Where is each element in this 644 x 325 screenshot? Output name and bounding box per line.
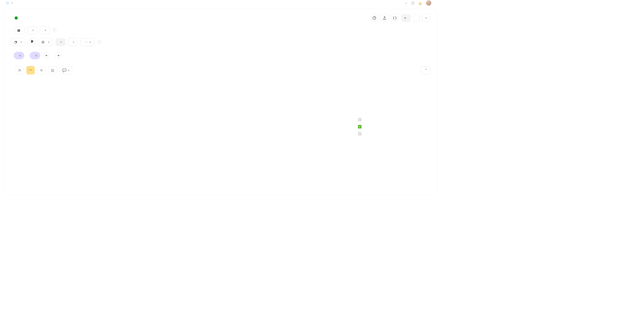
chevron-down-icon: ▼ (32, 29, 34, 31)
filter-pill-behavior[interactable]: ✕ (14, 52, 24, 59)
currency-select[interactable]: ▼ (68, 38, 77, 46)
chevron-up-icon: ˄ (425, 68, 427, 72)
segment-clear[interactable]: ✕ (28, 38, 36, 46)
legend-item-direct[interactable]: ✓ (358, 118, 363, 121)
pie-icon: ◔ (14, 40, 17, 44)
calendar-icon: ▦ (17, 28, 20, 32)
saveas-dropdown[interactable]: ▼ (422, 14, 430, 22)
chart-type-area[interactable]: ≋ (37, 66, 46, 74)
howto-link[interactable] (15, 16, 19, 20)
chevron-down-icon: ▼ (20, 41, 22, 43)
help-icon[interactable]: ? (52, 28, 56, 32)
chevron-down-icon: ▼ (60, 41, 62, 43)
sampling-select: ▼ (56, 38, 65, 46)
daterange-button[interactable]: ▦ (14, 26, 24, 34)
chat-icon[interactable]: 💬 (411, 1, 415, 5)
top-header: ◷ ▼ · ▼ 💬 🔔 (0, 0, 441, 6)
segment-select[interactable]: ◔ ▼ (11, 38, 25, 46)
legend-item-social[interactable]: ✓ (358, 132, 363, 135)
annotations-toggle[interactable]: 💬 ▼ (60, 66, 72, 74)
site-icon: ◷ (6, 1, 9, 5)
help-link[interactable]: ▼ (405, 1, 407, 5)
compare-icon: ⚖ (41, 40, 44, 44)
close-icon[interactable]: ✕ (19, 54, 21, 57)
dot-separator: · (17, 1, 18, 5)
chevron-down-icon: ▼ (405, 2, 407, 4)
site-selector[interactable]: ◷ ▼ (6, 1, 13, 5)
hide-chart-button[interactable]: ˄ (420, 66, 430, 74)
chevron-down-icon: ▼ (89, 41, 91, 43)
line-chart[interactable] (11, 78, 350, 187)
period-tabs (11, 30, 11, 30)
chevron-down-icon: ▼ (44, 29, 46, 31)
avatar[interactable] (426, 0, 431, 6)
refresh-button[interactable] (370, 14, 378, 22)
detail-select[interactable]: ▼ (27, 26, 37, 34)
filter-pill-source[interactable]: ✕ (30, 52, 40, 59)
saveas-button[interactable] (413, 14, 420, 22)
dashboard-button[interactable]: + (401, 14, 411, 22)
checkbox-icon: ✓ (358, 118, 361, 121)
chart-legend: ✓ ✓ ✓ (358, 118, 363, 187)
chevron-down-icon: ▼ (11, 2, 13, 4)
help-icon[interactable]: ? (97, 40, 101, 44)
data-select[interactable]: ▼ (40, 26, 49, 34)
chart-type-bar[interactable]: ▥ (49, 66, 57, 74)
legend-item-search[interactable]: ✓ (358, 125, 363, 129)
chevron-down-icon: ▼ (68, 69, 70, 71)
attribution-select[interactable]: ▼ (80, 38, 94, 46)
checkbox-icon: ✓ (358, 125, 361, 129)
add-filter-visits[interactable]: + (43, 52, 49, 59)
chart-type-line[interactable]: 〰 (26, 66, 35, 74)
chevron-down-icon: ▼ (48, 41, 50, 43)
compare-select[interactable]: ⚖ ▼ (39, 38, 53, 46)
code-button[interactable] (391, 14, 399, 22)
export-button[interactable] (380, 14, 388, 22)
close-icon[interactable]: ✕ (35, 54, 37, 57)
chart-type-pie[interactable]: ◔ (15, 66, 24, 74)
bell-icon[interactable]: 🔔 (418, 1, 422, 5)
kd-badge (85, 42, 88, 43)
add-filter-people[interactable]: + (55, 52, 62, 59)
checkbox-icon: ✓ (358, 132, 361, 135)
chevron-down-icon: ▼ (73, 41, 75, 43)
